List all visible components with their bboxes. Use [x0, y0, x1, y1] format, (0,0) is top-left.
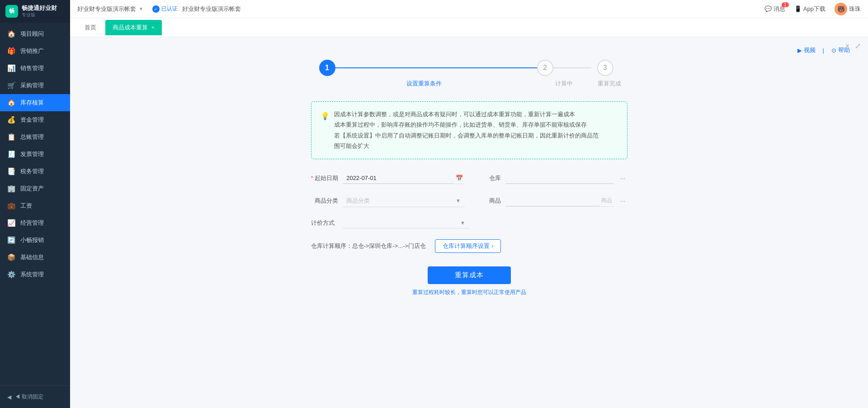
- pricing-select[interactable]: ▼: [343, 218, 469, 228]
- sidebar-item-label: 总账管理: [20, 133, 44, 141]
- sidebar-item-label: 固定资产: [20, 185, 44, 193]
- sidebar-item-label: 库存核算: [20, 99, 44, 107]
- main-area: 好业财专业版演示帐套 ▼ ✓ 已认证 好业财专业版演示帐套 💬 消息 1 📱 A…: [70, 0, 868, 408]
- warehouse-more-button[interactable]: ···: [618, 173, 627, 184]
- form-row-3: 计价方式 ▼: [311, 218, 627, 228]
- cancel-pin-label: ◀ 取消固定: [15, 393, 43, 401]
- app-subtitle: 专业版: [22, 12, 57, 18]
- help-link[interactable]: ⊙ 帮助: [831, 46, 850, 54]
- basic-icon: 📦: [7, 253, 16, 261]
- sidebar-item-label: 基础信息: [20, 253, 44, 261]
- message-button[interactable]: 💬 消息 1: [764, 5, 785, 13]
- goods-field: 商品 商品 ···: [474, 195, 627, 207]
- step-3: 3 重算完成: [591, 60, 627, 88]
- sidebar-item-finance[interactable]: 💰 资金管理: [0, 111, 70, 128]
- app-download-button[interactable]: 📱 App下载: [794, 5, 826, 13]
- recalc-section: 重算成本 重算过程耗时较长，重算时您可以正常使用产品: [311, 266, 627, 296]
- start-date-label: 起始日期: [311, 174, 339, 182]
- project-icon: 🏠: [7, 30, 16, 38]
- sidebar-item-label: 小畅报销: [20, 236, 44, 244]
- help-label: 帮助: [838, 46, 850, 54]
- sidebar-item-purchase[interactable]: 🛒 采购管理: [0, 77, 70, 94]
- sidebar-item-system[interactable]: ⚙️ 系统管理: [0, 266, 70, 283]
- form-row-2: 商品分类 商品分类 ▼ 商品 商品 ···: [311, 195, 627, 207]
- warehouse-label: 仓库: [474, 174, 501, 182]
- category-placeholder: 商品分类: [346, 197, 456, 205]
- sidebar-item-inventory[interactable]: 🏠 库存核算: [0, 94, 70, 111]
- sidebar-item-label: 工资: [20, 202, 32, 210]
- warehouse-input-wrap: [505, 173, 614, 184]
- system-icon: ⚙️: [7, 270, 16, 279]
- tab-home-label: 首页: [85, 24, 96, 31]
- warehouse-field: 仓库 ···: [474, 173, 627, 184]
- step-indicator: 1 设置重算条件 2 计算中: [311, 60, 627, 88]
- tab-cost-recalc[interactable]: 商品成本重算 ×: [105, 20, 162, 35]
- sidebar-bottom: ◀ ◀ 取消固定: [0, 385, 70, 408]
- tab-home[interactable]: 首页: [77, 20, 104, 35]
- info-lamp-icon: 💡: [321, 110, 330, 152]
- recalc-hint: 重算过程耗时较长，重算时您可以正常使用产品: [311, 289, 627, 296]
- notification-badge: 1: [782, 2, 789, 7]
- category-select[interactable]: 商品分类 ▼: [343, 195, 465, 207]
- expand-window-button[interactable]: ⤢: [855, 42, 861, 50]
- sidebar-item-sales[interactable]: 📊 销售管理: [0, 60, 70, 77]
- cancel-pin-button[interactable]: ◀ ◀ 取消固定: [0, 389, 70, 404]
- pricing-label: 计价方式: [311, 219, 338, 227]
- sidebar-item-expense[interactable]: 🔄 小畅报销: [0, 232, 70, 249]
- sidebar-item-accounting[interactable]: 📋 总账管理: [0, 128, 70, 146]
- calendar-icon[interactable]: 📅: [454, 175, 465, 181]
- goods-placeholder-text: 商品: [599, 197, 614, 204]
- start-date-input[interactable]: [343, 173, 453, 184]
- warehouse-input[interactable]: [505, 173, 614, 184]
- warehouse-order-arrow-icon: ›: [491, 242, 493, 249]
- app-title: 畅捷通好业财: [22, 5, 57, 12]
- sidebar-item-project[interactable]: 🏠 项目顾问: [0, 25, 70, 43]
- goods-input[interactable]: [505, 195, 599, 206]
- accounting-icon: 📋: [7, 133, 16, 141]
- category-select-arrow-icon: ▼: [456, 198, 461, 204]
- form-row-1: 起始日期 📅 仓库 ···: [311, 173, 627, 184]
- sidebar-item-tax[interactable]: 📑 税务管理: [0, 163, 70, 180]
- sidebar-item-basic[interactable]: 📦 基础信息: [0, 249, 70, 266]
- info-line-3: 若【系统设置】中启用了自动调整记账日期时，会调整入库单的整单记账日期，因此重新计…: [334, 130, 599, 141]
- start-date-field: 起始日期 📅: [311, 173, 465, 184]
- warehouse-order-row: 仓库计算顺序：总仓->深圳仓库->...->门店仓 仓库计算顺序设置 ›: [311, 239, 627, 253]
- sidebar-item-label: 项目顾问: [20, 30, 44, 38]
- content-area: × ⤢ ▶ 视频 | ⊙ 帮助 1: [70, 37, 868, 408]
- start-date-input-wrap: 📅: [343, 173, 464, 184]
- pricing-field: 计价方式 ▼: [311, 218, 469, 228]
- app-logo-icon: 畅: [5, 5, 18, 18]
- video-link[interactable]: ▶ 视频: [797, 46, 816, 54]
- account-selector[interactable]: 好业财专业版演示帐套 ▼: [77, 5, 143, 13]
- goods-more-button[interactable]: ···: [618, 195, 627, 206]
- app-download-label: App下载: [803, 5, 826, 13]
- sidebar-item-salary[interactable]: 💼 工资: [0, 197, 70, 214]
- message-icon: 💬: [764, 5, 772, 12]
- sidebar-item-marketing[interactable]: 🎁 营销推广: [0, 43, 70, 60]
- sidebar-item-business[interactable]: 📈 经营管理: [0, 214, 70, 232]
- account-selector-arrow-icon: ▼: [139, 6, 143, 11]
- recalc-button[interactable]: 重算成本: [428, 266, 511, 284]
- user-name: 珠珠: [849, 5, 861, 13]
- salary-icon: 💼: [7, 202, 16, 210]
- tab-close-icon[interactable]: ×: [151, 24, 155, 31]
- user-profile-button[interactable]: 🐻 珠珠: [835, 3, 861, 15]
- step-line-1: [335, 67, 537, 68]
- step-3-circle: 3: [597, 60, 613, 76]
- sidebar-item-label: 经营管理: [20, 219, 44, 227]
- verified-shield-icon: ✓: [152, 5, 160, 13]
- sidebar-item-label: 资金管理: [20, 116, 44, 124]
- category-label: 商品分类: [311, 197, 338, 205]
- warehouse-order-text: 仓库计算顺序：总仓->深圳仓库->...->门店仓: [311, 242, 426, 250]
- sidebar-item-assets[interactable]: 🏢 固定资产: [0, 180, 70, 197]
- step-2-label: 计算中: [555, 80, 573, 88]
- sidebar-item-invoice[interactable]: 🧾 发票管理: [0, 146, 70, 163]
- goods-input-wrap: 商品: [505, 195, 614, 207]
- warehouse-order-settings-button[interactable]: 仓库计算顺序设置 ›: [435, 239, 501, 253]
- cancel-pin-icon: ◀: [7, 394, 11, 400]
- sidebar-item-label: 税务管理: [20, 167, 44, 176]
- pricing-select-arrow-icon: ▼: [460, 220, 466, 226]
- tax-icon: 📑: [7, 167, 16, 176]
- help-circle-icon: ⊙: [831, 47, 836, 54]
- verified-text: 已认证: [161, 5, 178, 13]
